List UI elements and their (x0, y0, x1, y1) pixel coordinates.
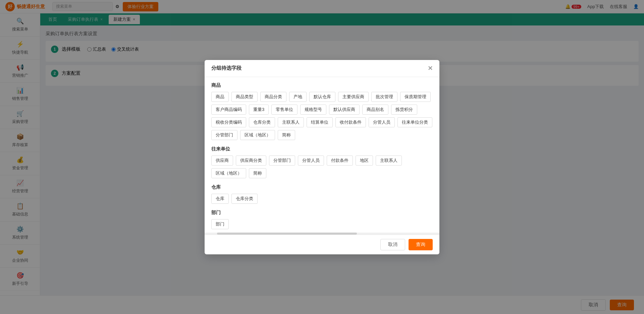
field-tag[interactable]: 默认供应商 (329, 105, 360, 115)
modal-footer: 取消 查询 (205, 235, 439, 254)
field-tag[interactable]: 地区 (356, 155, 373, 166)
field-tag[interactable]: 重量3 (249, 105, 269, 115)
field-tag[interactable]: 区域（地区） (240, 130, 275, 140)
field-tag[interactable]: 规格型号 (300, 105, 326, 115)
field-tag[interactable]: 简称 (249, 168, 266, 178)
field-tag[interactable]: 结算单位 (307, 117, 333, 127)
modal-overlay: 分组待选字段 ✕ 商品商品商品类型商品分类产地默认仓库主要供应商批次管理保质期管… (0, 0, 644, 314)
modal-title: 分组待选字段 (211, 65, 241, 71)
field-tag[interactable]: 零售单位 (271, 105, 298, 115)
cancel-button[interactable]: 取消 (380, 239, 405, 250)
field-tag[interactable]: 简称 (278, 130, 295, 140)
field-tag[interactable]: 部门 (211, 219, 229, 229)
field-tag[interactable]: 批次管理 (371, 92, 397, 102)
field-tags: 供应商供应商分类分管部门分管人员付款条件地区主联系人区域（地区）简称 (211, 155, 433, 178)
field-tags: 仓库仓库分类 (211, 194, 433, 204)
field-tag[interactable]: 商品类型 (231, 92, 258, 102)
field-section-仓库: 仓库仓库仓库分类 (211, 184, 433, 204)
field-tag[interactable]: 仓库分类 (249, 117, 275, 127)
modal-close-btn[interactable]: ✕ (428, 65, 433, 72)
field-tag[interactable]: 仓库 (211, 194, 229, 204)
field-tag[interactable]: 区域（地区） (211, 168, 246, 178)
field-tag[interactable]: 往来单位分类 (397, 117, 432, 127)
field-tags: 商品商品类型商品分类产地默认仓库主要供应商批次管理保质期管理客户商品编码重量3零… (211, 92, 433, 140)
field-section-往来单位: 往来单位供应商供应商分类分管部门分管人员付款条件地区主联系人区域（地区）简称 (211, 146, 433, 178)
field-tag[interactable]: 分管人员 (298, 155, 324, 166)
field-tag[interactable]: 商品别名 (362, 105, 388, 115)
field-section-商品: 商品商品商品类型商品分类产地默认仓库主要供应商批次管理保质期管理客户商品编码重量… (211, 82, 433, 140)
field-tag[interactable]: 主联系人 (376, 155, 402, 166)
field-section-部门: 部门部门 (211, 210, 433, 229)
field-tag[interactable]: 客户商品编码 (211, 105, 246, 115)
field-tag[interactable]: 分管部门 (269, 155, 295, 166)
confirm-button[interactable]: 查询 (409, 239, 433, 250)
field-tag[interactable]: 产地 (289, 92, 307, 102)
modal-header: 分组待选字段 ✕ (205, 60, 439, 77)
field-tag[interactable]: 分管人员 (369, 117, 395, 127)
field-tag[interactable]: 主联系人 (278, 117, 304, 127)
field-section-title: 部门 (211, 210, 433, 216)
field-tags: 部门 (211, 219, 433, 229)
field-tag[interactable]: 税收分类编码 (211, 117, 246, 127)
field-tag[interactable]: 保质期管理 (400, 92, 431, 102)
field-tag[interactable]: 收付款条件 (335, 117, 366, 127)
field-select-modal: 分组待选字段 ✕ 商品商品商品类型商品分类产地默认仓库主要供应商批次管理保质期管… (205, 60, 439, 254)
field-section-title: 往来单位 (211, 146, 433, 152)
field-tag[interactable]: 主要供应商 (338, 92, 369, 102)
field-tag[interactable]: 仓库分类 (231, 194, 258, 204)
field-tag[interactable]: 商品 (211, 92, 229, 102)
field-tag[interactable]: 商品分类 (260, 92, 286, 102)
field-tag[interactable]: 默认仓库 (309, 92, 335, 102)
field-tag[interactable]: 供应商 (211, 155, 233, 166)
field-tag[interactable]: 拣货积分 (391, 105, 417, 115)
field-section-title: 仓库 (211, 184, 433, 190)
modal-body: 商品商品商品类型商品分类产地默认仓库主要供应商批次管理保质期管理客户商品编码重量… (205, 77, 439, 233)
field-section-title: 商品 (211, 82, 433, 88)
field-tag[interactable]: 分管部门 (211, 130, 237, 140)
field-tag[interactable]: 供应商分类 (236, 155, 266, 166)
field-tag[interactable]: 付款条件 (327, 155, 353, 166)
